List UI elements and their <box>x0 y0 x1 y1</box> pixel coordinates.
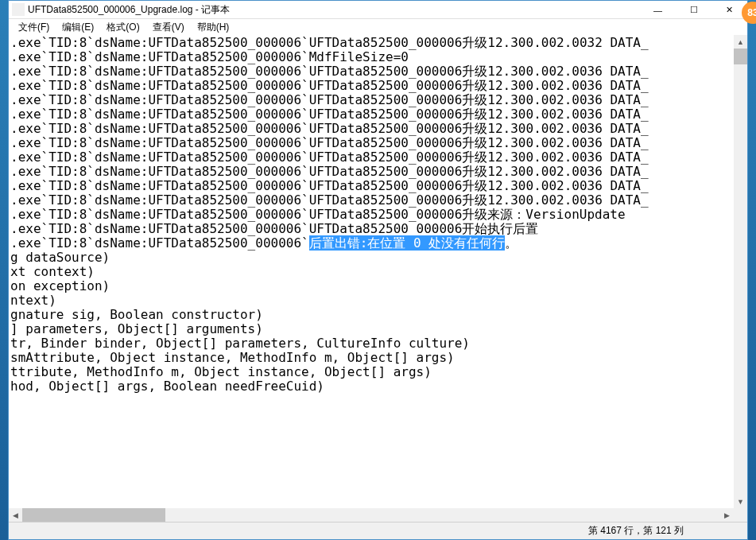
log-line[interactable]: ttribute, MethodInfo m, Object instance,… <box>10 365 746 379</box>
log-line[interactable]: xt context) <box>10 265 746 279</box>
log-line[interactable]: .exe`TID:8`dsName:UFTData852500_000006`U… <box>10 179 746 193</box>
scroll-down-button[interactable]: ▼ <box>734 495 747 508</box>
log-line[interactable]: ntext) <box>10 293 746 308</box>
menu-edit[interactable]: 编辑(E) <box>56 19 100 36</box>
log-line[interactable]: hod, Object[] args, Boolean needFreeCuid… <box>10 379 746 394</box>
status-bar: 第 4167 行，第 121 列 <box>9 522 747 539</box>
log-line[interactable]: .exe`TID:8`dsName:UFTData852500_000006`U… <box>10 208 746 222</box>
log-line[interactable]: .exe`TID:8`dsName:UFTData852500_000006`U… <box>10 107 746 122</box>
minimize-button[interactable]: — <box>640 1 676 19</box>
menu-format[interactable]: 格式(O) <box>100 19 145 36</box>
log-line[interactable]: .exe`TID:8`dsName:UFTData852500_000006`U… <box>10 136 746 150</box>
text-editor[interactable]: .exe`TID:8`dsName:UFTData852500_000006`U… <box>9 35 747 508</box>
notepad-icon <box>12 3 25 16</box>
cursor-position: 第 4167 行，第 121 列 <box>588 524 684 538</box>
log-line[interactable]: .exe`TID:8`dsName:UFTData852500_000006`U… <box>10 122 746 136</box>
scroll-up-button[interactable]: ▲ <box>734 35 747 49</box>
window-title: UFTData852500_000006_Upgrade.log - 记事本 <box>28 3 640 17</box>
menu-help[interactable]: 帮助(H) <box>191 19 236 36</box>
log-line[interactable]: .exe`TID:8`dsName:UFTData852500_000006`U… <box>10 64 746 79</box>
horizontal-scroll-thumb[interactable] <box>22 508 165 522</box>
title-bar[interactable]: UFTData852500_000006_Upgrade.log - 记事本 —… <box>9 1 747 19</box>
vertical-scroll-thumb[interactable] <box>734 49 747 64</box>
log-line[interactable]: ] parameters, Object[] arguments) <box>10 322 746 336</box>
log-line[interactable]: .exe`TID:8`dsName:UFTData852500_000006`U… <box>10 93 746 107</box>
log-line[interactable]: smAttribute, Object instance, MethodInfo… <box>10 351 746 365</box>
log-line[interactable]: .exe`TID:8`dsName:UFTData852500_000006`U… <box>10 222 746 236</box>
log-line[interactable]: .exe`TID:8`dsName:UFTData852500_000006`U… <box>10 150 746 165</box>
window-controls: — ☐ ✕ <box>640 1 747 18</box>
log-line[interactable]: gnature sig, Boolean constructor) <box>10 308 746 322</box>
notepad-window: UFTData852500_000006_Upgrade.log - 记事本 —… <box>8 0 748 540</box>
vertical-scrollbar[interactable]: ▲ ▼ <box>734 35 747 508</box>
scroll-left-button[interactable]: ◀ <box>9 508 22 522</box>
log-line[interactable]: .exe`TID:8`dsName:UFTData852500_000006`U… <box>10 79 746 93</box>
log-line[interactable]: tr, Binder binder, Object[] parameters, … <box>10 336 746 351</box>
scroll-corner <box>734 508 747 522</box>
maximize-button[interactable]: ☐ <box>676 1 711 19</box>
log-line[interactable]: on exception) <box>10 279 746 293</box>
log-line[interactable]: g dataSource) <box>10 251 746 265</box>
menu-view[interactable]: 查看(V) <box>146 19 191 36</box>
log-line-highlighted[interactable]: .exe`TID:8`dsName:UFTData852500_000006`后… <box>10 236 746 251</box>
log-line[interactable]: .exe`TID:8`dsName:UFTData852500_000006`U… <box>10 165 746 179</box>
log-line[interactable]: .exe`TID:8`dsName:UFTData852500_000006`M… <box>10 50 746 64</box>
menu-bar: 文件(F) 编辑(E) 格式(O) 查看(V) 帮助(H) <box>9 19 747 35</box>
log-line[interactable]: .exe`TID:8`dsName:UFTData852500_000006`U… <box>10 36 746 50</box>
log-line[interactable]: .exe`TID:8`dsName:UFTData852500_000006`U… <box>10 193 746 208</box>
horizontal-scrollbar[interactable]: ◀ ▶ <box>9 508 734 522</box>
selected-text[interactable]: 后置出错:在位置 0 处没有任何行 <box>309 235 506 251</box>
content-area: .exe`TID:8`dsName:UFTData852500_000006`U… <box>9 35 747 522</box>
menu-file[interactable]: 文件(F) <box>12 19 56 36</box>
scroll-right-button[interactable]: ▶ <box>720 508 734 522</box>
